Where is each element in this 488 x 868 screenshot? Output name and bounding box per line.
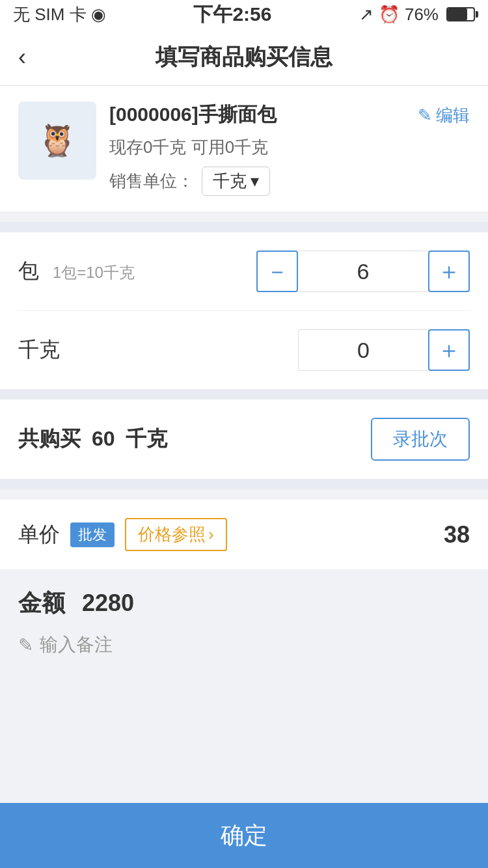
- qty-controls-kg: ＋: [298, 329, 470, 371]
- record-batch-button[interactable]: 录批次: [371, 418, 470, 461]
- location-icon: ↗: [359, 5, 373, 25]
- edit-button[interactable]: ✎ 编辑: [418, 104, 470, 127]
- qty-label-bao: 包 1包=10千克: [18, 257, 135, 286]
- edit-label: 编辑: [436, 104, 470, 127]
- unit-select[interactable]: 千克 ▾: [202, 167, 270, 196]
- price-ref-label: 价格参照: [138, 523, 206, 546]
- qty-controls-bao: － ＋: [256, 251, 470, 292]
- amount-value: 2280: [82, 590, 134, 616]
- qty-input-kg[interactable]: [298, 329, 428, 371]
- amount-section: 金额 2280 ✎ 输入备注: [0, 569, 488, 670]
- price-section: 单价 批发 价格参照 › 38: [0, 500, 488, 569]
- amount-label: 金额: [18, 590, 65, 616]
- quantity-row-kg: 千克 ＋: [18, 311, 470, 389]
- price-label: 单价: [18, 521, 60, 549]
- sim-label: 无 SIM 卡 ◉: [13, 3, 106, 26]
- status-bar: 无 SIM 卡 ◉ 下午2:56 ↗ ⏰ 76%: [0, 0, 488, 29]
- unit-label: 销售单位：: [109, 170, 194, 193]
- status-left: 无 SIM 卡 ◉: [13, 3, 106, 26]
- edit-icon: ✎: [418, 105, 432, 126]
- confirm-button[interactable]: 确定: [0, 803, 488, 868]
- qty-increase-kg[interactable]: ＋: [428, 329, 470, 371]
- status-right: ↗ ⏰ 76%: [359, 5, 475, 25]
- page-title: 填写商品购买信息: [156, 42, 332, 72]
- alarm-icon: ⏰: [379, 5, 400, 25]
- price-ref-button[interactable]: 价格参照 ›: [125, 518, 227, 551]
- amount-row: 金额 2280: [18, 588, 470, 619]
- qty-decrease-bao[interactable]: －: [256, 251, 298, 292]
- total-unit: 千克: [126, 427, 167, 450]
- total-prefix: 共购买: [18, 427, 81, 450]
- qty-sublabel-bao: 1包=10千克: [53, 264, 135, 281]
- section-divider-3: [0, 479, 488, 489]
- section-divider-1: [0, 222, 488, 232]
- product-name: [0000006]手撕面包: [109, 102, 470, 128]
- product-image: 🦉: [18, 102, 96, 180]
- note-placeholder: 输入备注: [40, 632, 113, 657]
- price-value: 38: [444, 521, 470, 549]
- quantity-row-bao: 包 1包=10千克 － ＋: [18, 232, 470, 311]
- note-row[interactable]: ✎ 输入备注: [18, 632, 470, 657]
- qty-label-kg: 千克: [18, 336, 60, 364]
- total-amount: 60: [92, 427, 115, 450]
- price-left: 单价 批发 价格参照 ›: [18, 518, 227, 551]
- section-divider-2: [0, 389, 488, 400]
- quantity-section: 包 1包=10千克 － ＋ 千克 ＋: [0, 232, 488, 389]
- qty-input-bao[interactable]: [298, 251, 428, 292]
- back-button[interactable]: ‹: [18, 44, 26, 71]
- note-icon: ✎: [18, 634, 33, 656]
- product-info: [0000006]手撕面包 现存0千克 可用0千克 销售单位： 千克 ▾: [109, 102, 470, 196]
- total-label: 共购买 60 千克: [18, 425, 167, 454]
- total-section: 共购买 60 千克 录批次: [0, 400, 488, 479]
- nav-bar: ‹ 填写商品购买信息: [0, 29, 488, 86]
- status-time: 下午2:56: [193, 1, 271, 28]
- product-stock: 现存0千克 可用0千克: [109, 136, 470, 159]
- unit-dropdown-icon: ▾: [251, 171, 259, 191]
- battery-icon: [446, 7, 475, 21]
- product-logo-icon: 🦉: [38, 122, 77, 159]
- battery-percent: 76%: [405, 5, 439, 25]
- qty-increase-bao[interactable]: ＋: [428, 251, 470, 292]
- price-ref-arrow: ›: [208, 524, 214, 545]
- product-unit-row: 销售单位： 千克 ▾: [109, 167, 470, 196]
- price-badge: 批发: [70, 522, 115, 547]
- unit-value: 千克: [213, 170, 247, 193]
- product-card: 🦉 [0000006]手撕面包 现存0千克 可用0千克 销售单位： 千克 ▾ ✎…: [0, 86, 488, 211]
